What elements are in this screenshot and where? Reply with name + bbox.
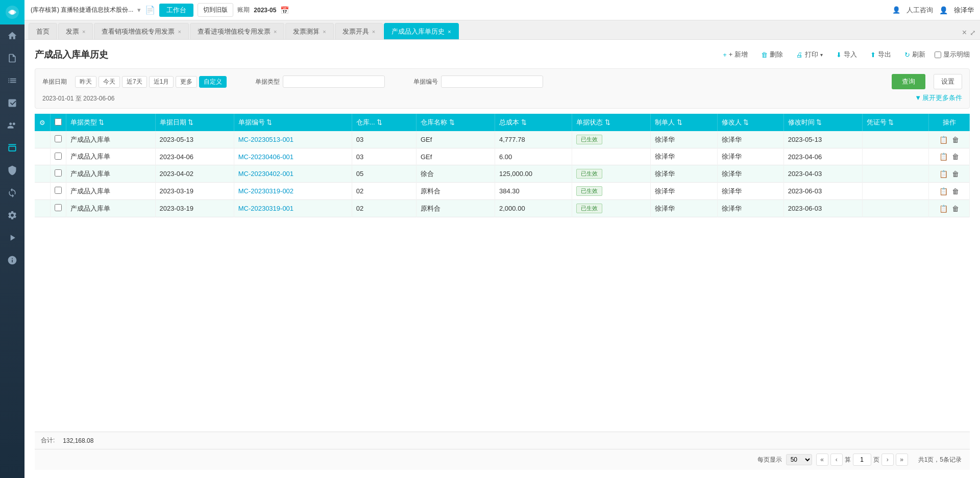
row-code-link-3[interactable]: MC-20230402-001 xyxy=(238,170,293,178)
export-button[interactable]: ⬆ 导出 xyxy=(866,48,895,61)
per-page-select[interactable]: 50 100 200 xyxy=(786,454,812,465)
col-checkbox[interactable] xyxy=(50,114,66,131)
id-filter-input[interactable] xyxy=(441,76,543,88)
row-code-link-2[interactable]: MC-20230406-001 xyxy=(238,153,293,161)
col-date[interactable]: 单据日期 ⇅ xyxy=(155,114,234,131)
row-cb-2[interactable] xyxy=(50,148,66,165)
print-button[interactable]: 🖨 打印 ▾ xyxy=(792,48,827,61)
set-button[interactable]: 设置 xyxy=(934,74,962,89)
calendar-icon[interactable]: 📅 xyxy=(280,6,289,14)
col-voucher[interactable]: 凭证号 ⇅ xyxy=(862,114,928,131)
topbar-dropdown-icon[interactable]: ▾ xyxy=(137,6,141,14)
row-edit-icon-3[interactable]: 📋 xyxy=(939,170,948,178)
page-prev-button[interactable]: ‹ xyxy=(830,454,843,466)
sidebar-item-play[interactable] xyxy=(0,227,24,249)
date-btn-7days[interactable]: 近7天 xyxy=(122,76,147,88)
tab-product-history[interactable]: 产成品入库单历史 × xyxy=(384,23,458,39)
sidebar-item-home[interactable] xyxy=(0,24,24,47)
row-code-link-5[interactable]: MC-20230319-001 xyxy=(238,205,293,212)
tab-purchase-invoice[interactable]: 查看进项增值税专用发票 × xyxy=(190,23,284,39)
col-settings[interactable]: ⚙ xyxy=(35,114,50,131)
sidebar-item-stamp[interactable] xyxy=(0,159,24,182)
col-wh-name[interactable]: 仓库名称 ⇅ xyxy=(416,114,495,131)
tab-invoice-issue-close[interactable]: × xyxy=(372,29,375,35)
sidebar-item-people[interactable] xyxy=(0,114,24,137)
row-delete-icon-3[interactable]: 🗑 xyxy=(952,170,959,178)
expand-filter-button[interactable]: ▼ 展开更多条件 xyxy=(915,93,962,103)
sort-creator-icon: ⇅ xyxy=(677,118,682,126)
row-edit-icon-2[interactable]: 📋 xyxy=(939,153,948,161)
sidebar-item-version[interactable] xyxy=(0,249,24,271)
tab-home[interactable]: 首页 xyxy=(29,23,57,39)
date-btn-more[interactable]: 更多 xyxy=(176,76,197,88)
tab-sales-invoice[interactable]: 查看销项增值税专用发票 × xyxy=(94,23,188,39)
app-logo[interactable] xyxy=(0,0,24,24)
sidebar-item-warehouse[interactable] xyxy=(0,137,24,159)
row-edit-icon-4[interactable]: 📋 xyxy=(939,187,948,195)
delete-button[interactable]: 🗑 删除 xyxy=(757,48,787,61)
user-label[interactable]: 徐泽华 xyxy=(954,6,974,15)
row-checkbox-3[interactable] xyxy=(55,169,62,177)
row-modifier-3: 徐泽华 xyxy=(717,165,783,183)
date-btn-custom[interactable]: 自定义 xyxy=(199,76,227,88)
sidebar-item-analytics[interactable] xyxy=(0,92,24,114)
topbar-doc-icon[interactable]: 📄 xyxy=(145,5,155,15)
col-modifier[interactable]: 修改人 ⇅ xyxy=(717,114,783,131)
tab-invoice-calc[interactable]: 发票测算 × xyxy=(285,23,333,39)
tab-close-all-icon[interactable]: × xyxy=(962,28,967,37)
new-button[interactable]: + + 新增 xyxy=(719,48,752,61)
tab-invoice-close[interactable]: × xyxy=(82,29,85,35)
row-cb-5[interactable] xyxy=(50,200,66,217)
tab-sales-invoice-close[interactable]: × xyxy=(178,29,181,35)
row-delete-icon-2[interactable]: 🗑 xyxy=(952,153,959,161)
date-btn-1month[interactable]: 近1月 xyxy=(149,76,174,88)
col-code[interactable]: 单据编号 ⇅ xyxy=(234,114,352,131)
page-next-button[interactable]: › xyxy=(881,454,894,466)
workspace-button[interactable]: 工作台 xyxy=(159,4,193,17)
import-button[interactable]: ⬇ 导入 xyxy=(832,48,861,61)
row-edit-icon-5[interactable]: 📋 xyxy=(939,205,948,213)
page-number-input[interactable] xyxy=(853,454,871,466)
col-creator[interactable]: 制单人 ⇅ xyxy=(651,114,717,131)
select-all-checkbox[interactable] xyxy=(55,118,62,125)
row-edit-icon-1[interactable]: 📋 xyxy=(939,136,948,144)
row-cb-3[interactable] xyxy=(50,165,66,183)
help-label[interactable]: 人工咨询 xyxy=(906,6,933,15)
tab-invoice-issue[interactable]: 发票开具 × xyxy=(335,23,383,39)
sidebar-item-chart[interactable] xyxy=(0,69,24,92)
col-type[interactable]: 单据类型 ⇅ xyxy=(66,114,155,131)
col-status[interactable]: 单据状态 ⇅ xyxy=(572,114,651,131)
col-mod-time[interactable]: 修改时间 ⇅ xyxy=(783,114,862,131)
refresh-button[interactable]: ↻ 刷新 xyxy=(900,48,929,61)
row-checkbox-2[interactable] xyxy=(55,153,62,160)
row-code-link-4[interactable]: MC-20230319-002 xyxy=(238,187,293,195)
sidebar-item-settings[interactable] xyxy=(0,204,24,227)
row-checkbox-1[interactable] xyxy=(55,135,62,142)
date-btn-today[interactable]: 今天 xyxy=(99,76,120,88)
row-cb-4[interactable] xyxy=(50,183,66,200)
page-first-button[interactable]: « xyxy=(816,454,828,466)
sidebar-item-refresh2[interactable] xyxy=(0,182,24,204)
display-cols-checkbox[interactable] xyxy=(935,52,941,58)
col-cost[interactable]: 总成本 ⇅ xyxy=(495,114,572,131)
row-delete-icon-1[interactable]: 🗑 xyxy=(952,136,959,144)
row-code-link-1[interactable]: MC-20230513-001 xyxy=(238,136,293,143)
tab-expand-icon[interactable]: ⤢ xyxy=(970,29,976,37)
tab-purchase-invoice-close[interactable]: × xyxy=(274,29,277,35)
page-last-button[interactable]: » xyxy=(896,454,908,466)
row-delete-icon-4[interactable]: 🗑 xyxy=(952,187,959,195)
tab-invoice[interactable]: 发票 × xyxy=(58,23,93,39)
row-checkbox-4[interactable] xyxy=(55,187,62,194)
type-filter-select[interactable] xyxy=(283,76,385,88)
query-button[interactable]: 查询 xyxy=(892,74,925,89)
row-delete-icon-5[interactable]: 🗑 xyxy=(952,205,959,213)
switch-version-button[interactable]: 切到旧版 xyxy=(198,3,233,17)
row-cb-1[interactable] xyxy=(50,131,66,148)
col-wh-code[interactable]: 仓库... ⇅ xyxy=(352,114,416,131)
row-checkbox-5[interactable] xyxy=(55,204,62,211)
tab-product-history-close[interactable]: × xyxy=(448,29,451,35)
sidebar-item-invoice[interactable] xyxy=(0,47,24,69)
tab-invoice-calc-close[interactable]: × xyxy=(323,29,326,35)
date-btn-yesterday[interactable]: 昨天 xyxy=(75,76,96,88)
status-badge: 已生效 xyxy=(576,204,602,213)
